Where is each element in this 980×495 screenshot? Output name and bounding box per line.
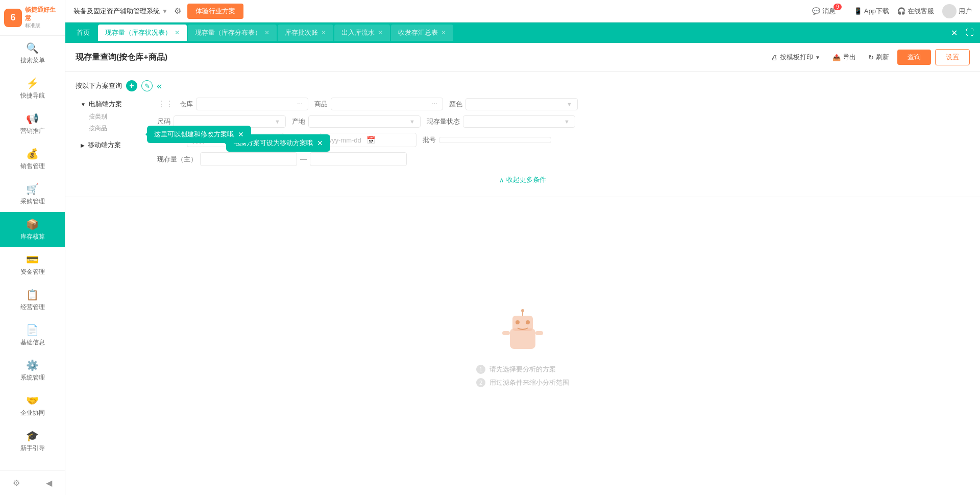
sidebar-item-system[interactable]: ⚙️ 系统管理 [0, 353, 65, 388]
tab-inventory-status[interactable]: 现存量（库存状况表） ✕ [98, 25, 187, 41]
scheme-pc[interactable]: ▼ 电脑端方案 [81, 98, 147, 111]
filter-edit-button[interactable]: ✎ [141, 80, 153, 91]
status-select-arrow: ▼ [564, 119, 570, 125]
scheme-mobile[interactable]: ▶ 移动端方案 [81, 138, 147, 152]
tab-actions: ✕ ⛶ [949, 27, 976, 39]
header-settings-icon[interactable]: ⚙ [174, 6, 181, 16]
user-avatar [942, 4, 957, 18]
tab-batch-account[interactable]: 库存批次账 ✕ [278, 25, 333, 41]
color-select[interactable]: ▼ [465, 98, 578, 110]
size-select-arrow: ▼ [275, 119, 280, 125]
app-download-action[interactable]: 📱 App下载 [854, 7, 889, 16]
origin-select-arrow: ▼ [409, 119, 415, 125]
sidebar-item-basic[interactable]: 📄 基础信息 [0, 318, 65, 353]
sidebar-item-quick[interactable]: ⚡ 快捷导航 [0, 71, 65, 106]
arrow-right-icon: ▶ [81, 143, 85, 148]
export-btn[interactable]: 📤 导出 [828, 51, 860, 64]
sidebar-collapse-btn[interactable]: ◀ [42, 476, 56, 490]
filter-field-origin: 产地 ▼ [292, 115, 421, 128]
collapse-filter-btn[interactable]: ∧ 收起更多条件 [76, 171, 970, 188]
scheme-pc-children: 按类别 按商品 [81, 111, 147, 134]
export-icon: 📤 [832, 54, 841, 61]
tab-recv-send[interactable]: 收发存汇总表 ✕ [391, 25, 453, 41]
tooltip-close-1[interactable]: ✕ [317, 139, 323, 147]
qty-range-min[interactable] [200, 152, 297, 166]
warehouse-select[interactable]: ⋯ [196, 98, 308, 110]
product-select[interactable]: ⋯ [331, 98, 443, 110]
search-button[interactable]: 查询 [897, 50, 931, 65]
filter-row-4: 现存量（主） — [157, 152, 970, 166]
tooltip-text-2: 这里可以创建和修改方案哦 [154, 130, 234, 139]
arrow-down-icon: ▼ [81, 102, 86, 107]
sidebar-item-guide[interactable]: 🎓 新手引导 [0, 423, 65, 459]
tab-close-inventory-status[interactable]: ✕ [175, 29, 180, 36]
print-dropdown-icon: ▼ [815, 55, 820, 60]
sidebar-item-operation[interactable]: 📋 经营管理 [0, 282, 65, 318]
tab-close-inout-flow[interactable]: ✕ [378, 29, 383, 36]
sidebar-item-inventory[interactable]: 📦 库存核算 [0, 212, 65, 247]
tab-close-inventory-dist[interactable]: ✕ [264, 29, 270, 36]
online-service-action[interactable]: 🎧 在线客服 [897, 7, 934, 16]
origin-select[interactable]: ▼ [308, 115, 421, 128]
tooltip-close-2[interactable]: ✕ [238, 130, 244, 138]
svg-rect-4 [502, 331, 510, 335]
tab-inout-flow[interactable]: 出入库流水 ✕ [334, 25, 390, 41]
refresh-btn[interactable]: ↻ 刷新 [864, 51, 893, 64]
expdate-input[interactable]: yyyy-mm-dd 📅 [320, 133, 416, 147]
page-actions: 🖨 按模板打印 ▼ 📤 导出 ↻ 刷新 查询 设置 [767, 49, 970, 65]
sidebar-item-marketing[interactable]: 📢 营销推广 [0, 106, 65, 142]
print-btn[interactable]: 🖨 按模板打印 ▼ [767, 51, 824, 64]
sidebar-item-purchase[interactable]: 🛒 采购管理 [0, 177, 65, 212]
svg-point-7 [521, 309, 524, 312]
tooltip-arrow-2 [143, 132, 148, 137]
empty-illustration [497, 305, 548, 357]
system-title: 装备及固定资产辅助管理系统 [74, 7, 160, 16]
svg-rect-1 [512, 316, 533, 331]
guide-icon: 🎓 [26, 430, 39, 442]
filter-body: 这里可以创建和修改方案哦 ✕ ▼ 电脑端方案 按类别 按 [76, 98, 970, 171]
tab-close-batch-account[interactable]: ✕ [321, 29, 326, 36]
calendar-icon-2[interactable]: 📅 [366, 136, 375, 144]
top-header: 装备及固定资产辅助管理系统 ▼ ⚙ 体验行业方案 💬 消息 9 📱 App下载 … [65, 0, 980, 22]
system-icon: ⚙️ [26, 359, 39, 371]
user-action[interactable]: 用户 [942, 4, 972, 18]
tab-home[interactable]: 首页 [69, 25, 97, 40]
status-select[interactable]: ▼ [463, 115, 575, 128]
svg-point-3 [526, 320, 530, 324]
filter-field-warehouse: 仓库 ⋯ [180, 98, 308, 110]
sidebar-item-sales[interactable]: 💰 销售管理 [0, 142, 65, 177]
set-button[interactable]: 设置 [935, 49, 970, 65]
tab-fullscreen-icon[interactable]: ⛶ [964, 27, 976, 38]
scheme-by-product[interactable]: 按商品 [89, 123, 147, 134]
drag-handle-icon: ⋮⋮ [157, 99, 174, 109]
qty-range: — [200, 152, 407, 166]
marketing-icon: 📢 [26, 112, 39, 125]
empty-step-2: 2 用过滤条件来缩小分析范围 [476, 378, 569, 387]
qty-range-max[interactable] [310, 152, 407, 166]
tab-close-all-icon[interactable]: ✕ [949, 27, 960, 39]
trial-button[interactable]: 体验行业方案 [187, 4, 243, 19]
empty-state: 1 请先选择要分析的方案 2 用过滤条件来缩小分析范围 [65, 197, 980, 495]
sidebar-item-enterprise[interactable]: 🤝 企业协同 [0, 388, 65, 423]
empty-steps: 1 请先选择要分析的方案 2 用过滤条件来缩小分析范围 [476, 365, 569, 387]
sidebar-item-finance[interactable]: 💳 资金管理 [0, 247, 65, 282]
tab-close-recv-send[interactable]: ✕ [441, 29, 446, 36]
filter-back-button[interactable]: « [157, 81, 162, 91]
sidebar-settings-btn[interactable]: ⚙ [9, 476, 24, 490]
select-arrow-icon: ⋯ [297, 101, 303, 107]
logo-text: 畅捷通好生意 标准版 [25, 6, 61, 29]
search-icon: 🔍 [26, 42, 39, 54]
page-title-bar: 现存量查询(按仓库+商品) 🖨 按模板打印 ▼ 📤 导出 ↻ 刷新 [65, 43, 980, 72]
system-title-select[interactable]: 装备及固定资产辅助管理系统 ▼ [74, 7, 168, 16]
message-action[interactable]: 💬 消息 9 [812, 7, 846, 16]
message-badge: 9 [834, 4, 842, 10]
scheme-by-category[interactable]: 按类别 [89, 111, 147, 123]
tooltip-scheme-create: 这里可以创建和修改方案哦 ✕ [147, 126, 251, 143]
tab-inventory-dist[interactable]: 现存量（库存分布表） ✕ [188, 25, 277, 41]
filter-add-button[interactable]: + [126, 80, 137, 91]
page-title: 现存量查询(按仓库+商品) [76, 52, 167, 63]
sidebar-item-search[interactable]: 🔍 搜索菜单 [0, 36, 65, 71]
batch-input[interactable] [439, 137, 551, 143]
scheme-tree: 这里可以创建和修改方案哦 ✕ ▼ 电脑端方案 按类别 按 [76, 98, 147, 171]
filter-field-batch: 批号 [423, 135, 551, 145]
